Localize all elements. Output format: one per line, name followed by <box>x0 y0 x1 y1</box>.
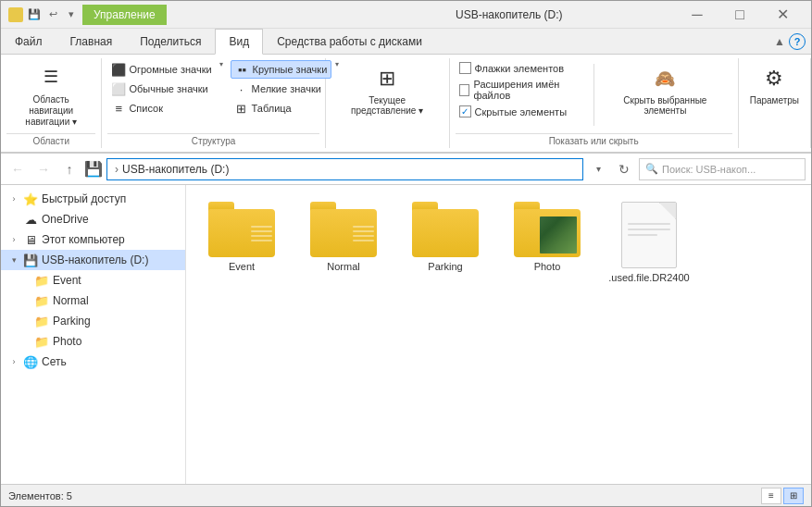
sidebar-label-network: Сеть <box>42 355 67 368</box>
sidebar-item-event[interactable]: 📁 Event <box>1 270 185 291</box>
folder-parking[interactable]: Parking <box>399 194 492 291</box>
file-used-label: .used.file.DR2400 <box>608 272 689 283</box>
view-row-1: ⬛ Огромные значки ▾ <box>107 60 222 79</box>
view-row-6: ⊞ Таблица <box>231 99 340 117</box>
sidebar: › ⭐ Быстрый доступ ☁ OneDrive › 🖥 Этот к… <box>1 185 186 484</box>
view-options-right: ▪▪ Крупные значки ▾ · Мелкие значки <box>231 60 340 117</box>
close-button[interactable]: ✕ <box>761 1 804 29</box>
current-view-icon: ⊞ <box>372 64 402 93</box>
group-current-view: ⊞ Текущее представление ▾ x <box>326 58 450 148</box>
folder-photo-icon <box>514 202 581 257</box>
sidebar-item-parking[interactable]: 📁 Parking <box>1 311 185 331</box>
params-btn[interactable]: ⚙ Параметры <box>744 60 805 109</box>
refresh-button[interactable]: ↻ <box>613 158 635 180</box>
group-structure-content: ⬛ Огромные значки ▾ ⬜ Обычные значки <box>107 58 319 131</box>
sidebar-item-this-pc[interactable]: › 🖥 Этот компьютер <box>1 229 185 250</box>
folder-parking-icon <box>412 202 479 257</box>
small-icons-btn[interactable]: · Мелкие значки <box>231 80 325 98</box>
sidebar-item-usb[interactable]: ▾ 💾 USB-накопитель (D:) <box>1 250 185 270</box>
photo-thumbnail <box>540 216 577 254</box>
search-box[interactable]: 🔍 Поиск: USB-накоп... <box>639 158 806 180</box>
help-button[interactable]: ? <box>789 33 806 50</box>
address-path[interactable]: › USB-накопитель (D:) <box>106 158 583 180</box>
folder-event-icon <box>208 202 275 257</box>
address-dropdown-btn[interactable]: ▾ <box>587 158 609 180</box>
view-list-btn[interactable]: ≡ <box>761 488 781 504</box>
group-current-view-content: ⊞ Текущее представление ▾ <box>331 58 443 131</box>
content-area: Event Normal <box>186 185 811 484</box>
drive-icon-small: 💾 <box>84 160 103 178</box>
title-bar-left: 💾 ↩ ▾ Управление <box>8 5 343 25</box>
sidebar-label-photo: Photo <box>53 335 81 348</box>
huge-icons-dropdown[interactable]: ▾ <box>219 60 223 79</box>
this-pc-icon: 🖥 <box>23 232 38 247</box>
view-row-4: ▪▪ Крупные значки ▾ <box>231 60 340 79</box>
current-view-btn[interactable]: ⊞ Текущее представление ▾ <box>331 60 443 119</box>
table-btn[interactable]: ⊞ Таблица <box>231 99 295 117</box>
photo-folder-icon: 📁 <box>34 334 49 349</box>
hidden-checkbox[interactable] <box>459 105 471 117</box>
sidebar-item-quick-access[interactable]: › ⭐ Быстрый доступ <box>1 189 185 209</box>
sidebar-label-parking: Parking <box>53 315 91 328</box>
ribbon-collapse-btn[interactable]: ▲ <box>774 35 785 48</box>
parking-folder-icon: 📁 <box>34 314 49 328</box>
extensions-check[interactable]: Расширения имён файлов <box>456 77 591 103</box>
large-icons-icon: ▪▪ <box>235 62 250 77</box>
sidebar-label-event: Event <box>53 274 81 287</box>
minimize-button[interactable]: ─ <box>676 1 718 29</box>
folder-parking-label: Parking <box>428 261 462 272</box>
group-areas-label: Области <box>6 133 95 148</box>
expand-network[interactable]: › <box>8 357 19 366</box>
list-btn[interactable]: ≡ Список <box>107 99 167 117</box>
group-show-hide-content: Флажки элементов Расширения имён файлов … <box>456 58 732 131</box>
folder-normal-label: Normal <box>327 261 359 272</box>
expand-quick-access[interactable]: › <box>8 194 19 204</box>
sidebar-item-onedrive[interactable]: ☁ OneDrive <box>1 209 185 229</box>
quick-access-more[interactable]: ▾ <box>64 7 79 22</box>
quick-access-undo[interactable]: ↩ <box>45 7 60 22</box>
sidebar-item-photo[interactable]: 📁 Photo <box>1 331 185 352</box>
tab-home[interactable]: Главная <box>56 29 127 54</box>
flags-checkbox[interactable] <box>459 62 471 74</box>
manage-tab[interactable]: Управление <box>82 5 167 25</box>
hide-selected-label: Скрыть выбранные элементы <box>607 95 723 116</box>
folder-photo-label: Photo <box>534 261 561 272</box>
expand-usb[interactable]: ▾ <box>8 255 19 265</box>
sidebar-item-network[interactable]: › 🌐 Сеть <box>1 352 185 372</box>
view-tile-btn[interactable]: ⊞ <box>783 488 804 504</box>
file-used-icon <box>621 202 677 268</box>
hide-selected-btn[interactable]: 🙈 Скрыть выбранные элементы <box>602 60 729 119</box>
huge-icons-btn[interactable]: ⬛ Огромные значки <box>107 60 215 79</box>
normal-icons-btn[interactable]: ⬜ Обычные значки <box>107 80 211 98</box>
tab-disk-tools[interactable]: Средства работы с дисками <box>263 29 436 54</box>
tab-file[interactable]: Файл <box>1 29 56 54</box>
folder-event-label: Event <box>229 261 255 272</box>
tab-share[interactable]: Поделиться <box>126 29 215 54</box>
back-button[interactable]: ← <box>6 158 29 180</box>
sidebar-item-normal[interactable]: 📁 Normal <box>1 291 185 311</box>
window-title: USB-накопитель (D:) <box>343 8 677 21</box>
file-used[interactable]: .used.file.DR2400 <box>603 194 695 291</box>
hidden-check[interactable]: Скрытые элементы <box>456 104 591 119</box>
maximize-button[interactable]: □ <box>718 1 761 29</box>
item-count: Элементов: 5 <box>8 490 72 501</box>
group-structure-label: Структура <box>107 133 319 148</box>
up-button[interactable]: ↑ <box>58 158 81 180</box>
folder-photo[interactable]: Photo <box>501 194 593 291</box>
nav-panel-button[interactable]: ☰ Область навигации навигации ▾ <box>6 60 95 130</box>
group-params: ⚙ Параметры x <box>739 58 811 148</box>
extensions-checkbox[interactable] <box>459 84 470 96</box>
tab-view[interactable]: Вид <box>215 29 263 55</box>
flags-check[interactable]: Флажки элементов <box>456 60 591 76</box>
ribbon: Файл Главная Поделиться Вид Средства раб… <box>1 29 811 154</box>
forward-button[interactable]: → <box>32 158 55 180</box>
path-text: USB-накопитель (D:) <box>122 163 229 176</box>
list-icon: ≡ <box>111 101 126 116</box>
quick-access-save[interactable]: 💾 <box>27 7 42 22</box>
folder-normal[interactable]: Normal <box>297 194 390 291</box>
expand-this-pc[interactable]: › <box>8 235 19 244</box>
group-structure: ⬛ Огромные значки ▾ ⬜ Обычные значки <box>102 58 325 148</box>
folder-event[interactable]: Event <box>195 194 288 291</box>
large-icons-btn[interactable]: ▪▪ Крупные значки <box>231 60 332 79</box>
view-options-left: ⬛ Огромные значки ▾ ⬜ Обычные значки <box>107 60 222 117</box>
